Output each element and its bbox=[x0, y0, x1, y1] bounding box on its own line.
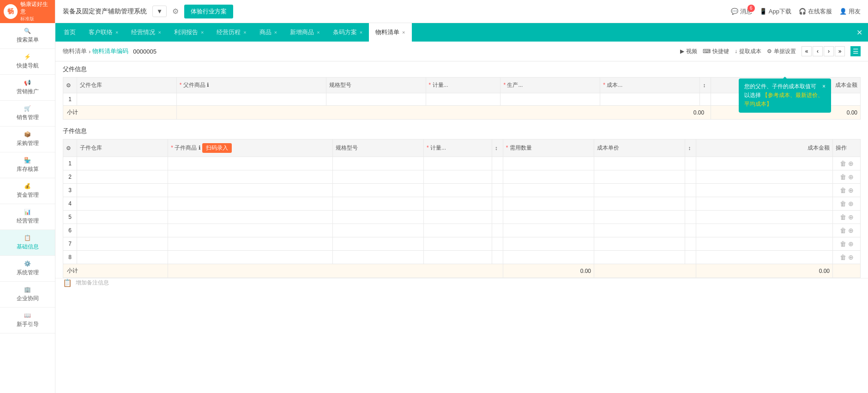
child-quantity-cell[interactable] bbox=[503, 170, 594, 184]
child-warehouse-cell[interactable] bbox=[77, 211, 168, 224]
app-download-button[interactable]: 📱 App下载 bbox=[760, 7, 791, 16]
child-unit-cost-cell[interactable] bbox=[594, 157, 685, 170]
child-warehouse-cell[interactable] bbox=[77, 157, 168, 170]
child-unit-cell[interactable] bbox=[423, 211, 492, 224]
copy-icon[interactable]: ⊕ bbox=[848, 187, 854, 194]
delete-icon[interactable]: 🗑 bbox=[840, 240, 846, 248]
sidebar-item-system[interactable]: ⚙️ 系统管理 bbox=[0, 256, 55, 282]
child-unit-cost-cell[interactable] bbox=[594, 251, 685, 264]
child-product-cell[interactable] bbox=[168, 184, 333, 197]
child-spec-cell[interactable] bbox=[332, 211, 423, 224]
copy-icon[interactable]: ⊕ bbox=[848, 200, 854, 207]
child-unit-cost-cell[interactable] bbox=[594, 237, 685, 251]
child-spec-cell[interactable] bbox=[332, 157, 423, 170]
child-spec-cell[interactable] bbox=[332, 251, 423, 264]
child-quantity-cell[interactable] bbox=[503, 251, 594, 264]
view-video-button[interactable]: ▶ 视频 bbox=[680, 48, 697, 55]
copy-icon[interactable]: ⊕ bbox=[848, 213, 854, 221]
child-warehouse-cell[interactable] bbox=[77, 224, 168, 237]
sidebar-item-purchase[interactable]: 📦 采购管理 bbox=[0, 127, 55, 152]
sidebar-item-search[interactable]: 🔍 搜索菜单 bbox=[0, 23, 55, 49]
sidebar-item-inventory[interactable]: 🏪 库存核算 bbox=[0, 152, 55, 178]
next-page-button[interactable]: › bbox=[824, 46, 834, 56]
child-unit-cost-cell[interactable] bbox=[594, 197, 685, 211]
prev-page-button[interactable]: ‹ bbox=[813, 46, 823, 56]
tab-close-icon[interactable]: × bbox=[274, 30, 277, 35]
child-product-cell[interactable] bbox=[168, 211, 333, 224]
child-product-cell[interactable] bbox=[168, 157, 333, 170]
tab-close-icon[interactable]: × bbox=[243, 30, 246, 35]
single-settings-button[interactable]: ⚙ 单据设置 bbox=[767, 48, 796, 55]
child-unit-cost-cell[interactable] bbox=[594, 170, 685, 184]
extract-cost-button[interactable]: ↓ 提取成本 bbox=[735, 48, 761, 55]
child-warehouse-cell[interactable] bbox=[77, 251, 168, 264]
child-unit-cell[interactable] bbox=[423, 157, 492, 170]
sidebar-item-marketing[interactable]: 📢 营销推广 bbox=[0, 75, 55, 101]
parent-spec-cell[interactable] bbox=[326, 93, 426, 106]
th-child-settings[interactable]: ⚙ bbox=[63, 139, 77, 157]
child-spec-cell[interactable] bbox=[332, 237, 423, 251]
tab-customer[interactable]: 客户联络 × bbox=[82, 23, 125, 42]
sidebar-item-guide[interactable]: 📖 新手引导 bbox=[0, 308, 55, 333]
sidebar-item-finance[interactable]: 💰 资金管理 bbox=[0, 178, 55, 204]
tab-close-icon[interactable]: × bbox=[158, 30, 161, 35]
copy-icon[interactable]: ⊕ bbox=[848, 240, 854, 248]
list-view-button[interactable]: ☰ bbox=[850, 46, 861, 56]
parent-unit-cell[interactable] bbox=[426, 93, 500, 106]
system-dropdown-button[interactable]: ▼ bbox=[152, 6, 167, 17]
sidebar-item-operations[interactable]: 📊 经营管理 bbox=[0, 204, 55, 230]
last-page-button[interactable]: » bbox=[835, 46, 845, 56]
parent-warehouse-cell[interactable] bbox=[77, 93, 177, 106]
child-product-cell[interactable] bbox=[168, 197, 333, 211]
child-quantity-cell[interactable] bbox=[503, 184, 594, 197]
delete-icon[interactable]: 🗑 bbox=[840, 213, 846, 221]
child-warehouse-cell[interactable] bbox=[77, 170, 168, 184]
child-quantity-cell[interactable] bbox=[503, 211, 594, 224]
th-parent-settings[interactable]: ⚙ bbox=[63, 78, 77, 93]
tab-close-icon[interactable]: × bbox=[115, 30, 118, 35]
child-warehouse-cell[interactable] bbox=[77, 184, 168, 197]
tab-barcode[interactable]: 条码方案 × bbox=[326, 23, 369, 42]
tab-operations[interactable]: 经营情况 × bbox=[125, 23, 167, 42]
scan-button[interactable]: 扫码录入 bbox=[202, 143, 232, 153]
first-page-button[interactable]: « bbox=[802, 46, 812, 56]
child-unit-cell[interactable] bbox=[423, 224, 492, 237]
tab-profit[interactable]: 利润报告 × bbox=[168, 23, 210, 42]
tab-close-icon[interactable]: × bbox=[402, 30, 405, 35]
child-quantity-cell[interactable] bbox=[503, 157, 594, 170]
sidebar-item-enterprise[interactable]: 🏢 企业协同 bbox=[0, 282, 55, 308]
child-unit-cost-cell[interactable] bbox=[594, 211, 685, 224]
user-button[interactable]: 👤 用友 bbox=[839, 7, 861, 16]
tab-home[interactable]: 首页 bbox=[57, 23, 82, 42]
child-unit-cell[interactable] bbox=[423, 170, 492, 184]
shortcut-button[interactable]: ⌨ 快捷键 bbox=[703, 48, 729, 55]
child-product-cell[interactable] bbox=[168, 237, 333, 251]
parent-product-cell[interactable] bbox=[176, 93, 326, 106]
trial-button[interactable]: 体验行业方案 bbox=[184, 5, 233, 18]
copy-icon[interactable]: ⊕ bbox=[848, 254, 854, 261]
tab-close-icon[interactable]: × bbox=[360, 30, 362, 35]
tab-new-product[interactable]: 新增商品 × bbox=[283, 23, 326, 42]
message-button[interactable]: 💬 消息 6 bbox=[731, 7, 752, 16]
close-all-tabs-button[interactable]: ✕ bbox=[853, 28, 866, 37]
parent-cost-cell[interactable] bbox=[600, 93, 700, 106]
online-service-button[interactable]: 🎧 在线客服 bbox=[799, 7, 832, 16]
sidebar-item-basic-info[interactable]: 📋 基础信息 bbox=[0, 230, 55, 256]
child-unit-cell[interactable] bbox=[423, 251, 492, 264]
copy-icon[interactable]: ⊕ bbox=[848, 173, 854, 181]
delete-icon[interactable]: 🗑 bbox=[840, 227, 846, 234]
child-product-cell[interactable] bbox=[168, 251, 333, 264]
child-quantity-cell[interactable] bbox=[503, 224, 594, 237]
tab-close-icon[interactable]: × bbox=[201, 30, 204, 35]
child-quantity-cell[interactable] bbox=[503, 237, 594, 251]
child-product-cell[interactable] bbox=[168, 170, 333, 184]
gear-settings-button[interactable]: ⚙ bbox=[172, 7, 179, 16]
tooltip-close-button[interactable]: × bbox=[822, 82, 826, 91]
child-spec-cell[interactable] bbox=[332, 197, 423, 211]
child-spec-cell[interactable] bbox=[332, 224, 423, 237]
copy-icon[interactable]: ⊕ bbox=[848, 160, 854, 167]
parent-production-cell[interactable] bbox=[500, 93, 600, 106]
child-spec-cell[interactable] bbox=[332, 184, 423, 197]
child-unit-cell[interactable] bbox=[423, 184, 492, 197]
delete-icon[interactable]: 🗑 bbox=[840, 173, 846, 181]
